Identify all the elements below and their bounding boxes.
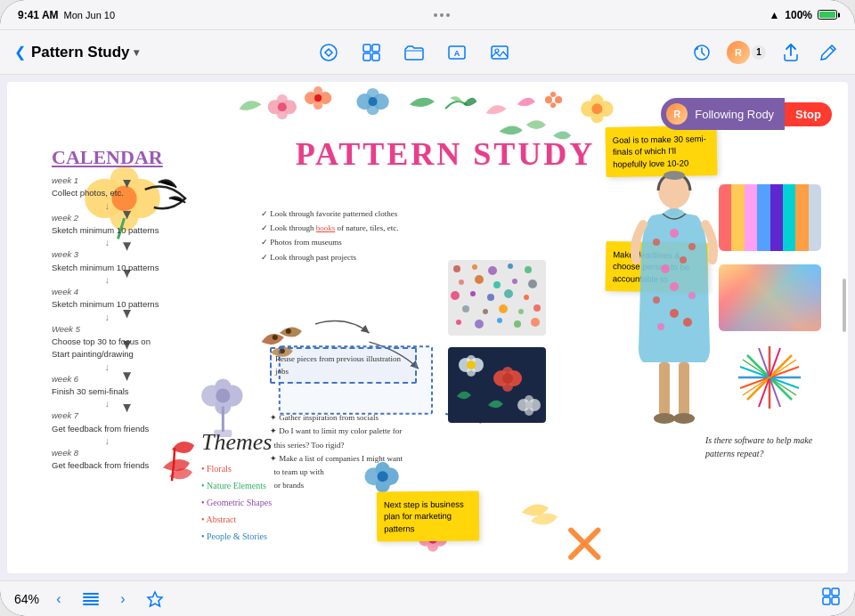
- next-page-button[interactable]: ›: [110, 587, 135, 612]
- week-6-label: week 6: [52, 373, 163, 385]
- prev-page-button[interactable]: ‹: [46, 587, 71, 612]
- pencil-tool-icon[interactable]: [316, 40, 341, 65]
- gather-inspiration: ✦ Gather inspiration from socials: [270, 411, 426, 425]
- svg-rect-7: [492, 46, 508, 59]
- week-2: week 2 Sketch minimum 10 patterns: [52, 212, 163, 238]
- svg-point-33: [550, 102, 556, 108]
- edit-icon[interactable]: [816, 40, 841, 65]
- svg-point-97: [533, 304, 541, 312]
- svg-point-24: [314, 94, 322, 101]
- following-rody-pill: R Following Rody: [661, 98, 785, 130]
- svg-point-91: [504, 289, 513, 298]
- grid-view-button[interactable]: [821, 587, 841, 609]
- svg-point-12: [282, 100, 297, 114]
- svg-point-126: [670, 282, 679, 291]
- status-right: ▲ 100%: [769, 9, 837, 21]
- svg-point-94: [483, 309, 488, 314]
- bottom-right-controls: [821, 587, 841, 611]
- canvas-area[interactable]: R Following Rody Stop: [0, 75, 855, 580]
- svg-text:A: A: [454, 49, 460, 58]
- calendar-section: CALENDAR week 1 Collect photos, etc. ↓ w…: [52, 146, 163, 473]
- svg-point-14: [278, 102, 287, 111]
- week-1: week 1 Collect photos, etc.: [52, 174, 163, 200]
- svg-rect-145: [832, 597, 839, 604]
- svg-point-108: [467, 361, 476, 369]
- svg-rect-133: [679, 362, 689, 416]
- status-day: Mon Jun 10: [64, 10, 115, 20]
- back-button[interactable]: ❮: [14, 44, 26, 61]
- stop-following-button[interactable]: Stop: [785, 102, 832, 126]
- grid-view-icon[interactable]: [359, 40, 384, 65]
- svg-point-56: [428, 541, 438, 552]
- pattern-burst: [719, 344, 821, 411]
- status-bar: 9:41 AM Mon Jun 10 ▲ 100%: [0, 0, 855, 30]
- bullet-1: ✓ Look through favorite patterned clothe…: [261, 207, 399, 221]
- svg-point-87: [528, 280, 537, 288]
- svg-point-27: [597, 101, 613, 117]
- svg-rect-142: [823, 588, 830, 596]
- svg-rect-1: [363, 45, 370, 52]
- svg-point-32: [555, 96, 562, 103]
- board-content: PATTERN STUDY CALENDAR week 1 Collect ph…: [7, 82, 848, 573]
- zoom-level[interactable]: 64%: [14, 592, 39, 606]
- back-chevron-icon: ❮: [14, 44, 26, 61]
- favorite-button[interactable]: [142, 587, 167, 612]
- svg-point-22: [319, 92, 331, 104]
- svg-point-136: [664, 171, 685, 180]
- svg-rect-137: [83, 593, 99, 595]
- dot-1: [434, 13, 437, 17]
- sticky-note-business[interactable]: Next step is business plan for marketing…: [377, 490, 479, 541]
- week-3: week 3 Sketch minimum 10 patterns: [52, 248, 163, 274]
- pattern-floral-navy: [448, 347, 546, 423]
- svg-rect-132: [659, 362, 670, 416]
- bullet-4: ✓ Look through past projects: [261, 250, 399, 264]
- following-rody-button[interactable]: R Following Rody Stop: [661, 98, 832, 130]
- folder-icon[interactable]: [402, 40, 427, 65]
- svg-point-81: [508, 263, 513, 269]
- svg-point-25: [581, 101, 597, 117]
- arrow-6-7: ↓: [52, 398, 163, 409]
- page-list-button[interactable]: [78, 587, 103, 612]
- svg-point-127: [653, 296, 660, 304]
- collaborators-area[interactable]: R 1: [727, 41, 766, 64]
- following-rody-label: Following Rody: [695, 108, 774, 121]
- arrow-1-2: ↓: [52, 200, 163, 212]
- pattern-watercolor: [719, 264, 821, 331]
- battery-fill: [819, 12, 835, 18]
- history-icon[interactable]: [689, 40, 714, 65]
- arrow-7-8: ↓: [52, 435, 163, 447]
- svg-rect-143: [832, 588, 839, 596]
- svg-point-124: [661, 264, 670, 273]
- text-box-icon[interactable]: A: [444, 40, 469, 65]
- svg-point-118: [525, 401, 533, 409]
- bullet-points-section: ✓ Look through favorite patterned clothe…: [261, 207, 399, 264]
- svg-point-26: [590, 94, 603, 107]
- themes-title: Themes: [201, 429, 272, 456]
- toolbar-center: A: [146, 40, 682, 65]
- svg-rect-4: [372, 53, 379, 61]
- week-7-task: Get feedback from friends: [52, 423, 163, 435]
- document-title: Pattern Study ▾: [31, 44, 139, 61]
- svg-point-16: [367, 88, 379, 101]
- svg-point-130: [657, 323, 664, 330]
- svg-point-15: [356, 93, 372, 109]
- svg-rect-3: [363, 53, 370, 61]
- battery-percent: 100%: [785, 9, 812, 21]
- theme-florals: • Florals: [201, 460, 272, 477]
- share-icon[interactable]: [778, 40, 803, 65]
- svg-point-82: [525, 266, 532, 273]
- week-8-label: week 8: [52, 447, 163, 459]
- reuse-text-box[interactable]: Reuse pieces from previous illustration …: [270, 347, 417, 384]
- theme-geometric: • Geometric Shapes: [201, 494, 272, 511]
- sticky-note-goal[interactable]: Goal is to make 30 semi-finals of which …: [606, 126, 718, 177]
- week-5-label: Week 5: [52, 323, 163, 336]
- title-chevron-icon[interactable]: ▾: [134, 46, 139, 59]
- color-palette-q2: this series? Too rigid?: [270, 439, 426, 452]
- svg-point-90: [487, 294, 494, 301]
- photo-insert-icon[interactable]: [487, 40, 512, 65]
- svg-rect-144: [823, 597, 830, 604]
- collaborator-avatar: R: [727, 41, 750, 64]
- theme-people: • People & Stories: [201, 528, 272, 545]
- svg-point-135: [673, 413, 695, 424]
- svg-point-121: [653, 239, 660, 246]
